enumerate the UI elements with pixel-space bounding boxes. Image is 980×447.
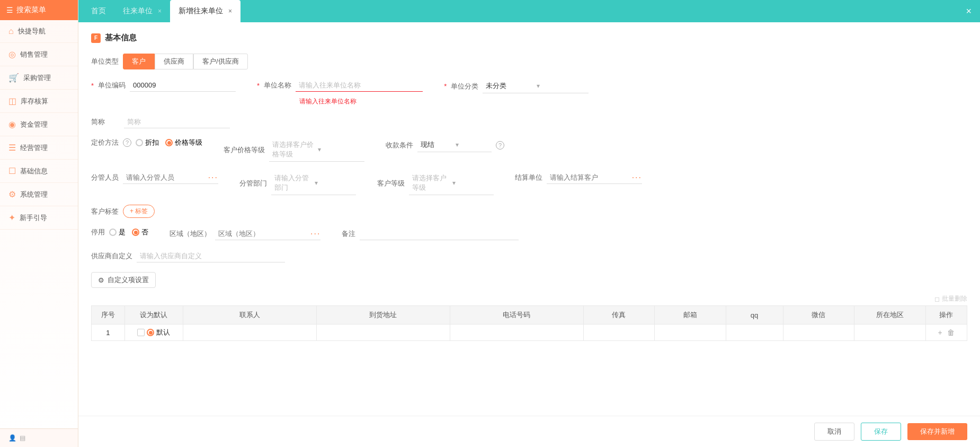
user-icon: 👤 [8,434,16,442]
radio-discount-circle [136,139,143,146]
section-icon: F [91,33,101,43]
th-contact: 联系人 [183,306,317,325]
settlement-more-btn[interactable]: ··· [632,173,642,182]
email-input[interactable] [669,329,711,337]
sidebar-item-system[interactable]: ⚙ 系统管理 [0,183,78,206]
cell-contact [183,325,317,341]
sidebar-item-operations[interactable]: ☰ 经营管理 [0,136,78,160]
pricing-help-icon[interactable]: ? [123,138,131,147]
del-row-btn[interactable]: 🗑 [946,328,956,337]
customer-level-placeholder: 请选择客户等级 [412,173,450,192]
customer-level-select[interactable]: 请选择客户等级 ▾ [409,171,494,195]
settlement-unit-input[interactable] [547,171,632,183]
cancel-button[interactable]: 取消 [814,423,854,441]
manager-label: 分管人员 [91,173,119,182]
region-input-wrapper: ··· [215,227,320,240]
table-region-input[interactable] [869,329,911,337]
sidebar-item-label: 采购管理 [23,73,51,83]
manager-input-wrapper: ··· [123,171,218,184]
row-default-radio[interactable]: 默认 [147,328,170,337]
short-name-input[interactable] [124,116,230,128]
customer-price-level-select[interactable]: 请选择客户价格等级 ▾ [269,138,364,162]
supplier-custom-input[interactable] [137,250,285,262]
tab-bar-close-btn[interactable]: × [961,6,976,17]
unit-type-field: 单位类型 客户 供应商 客户/供应商 [91,54,248,69]
radio-disable-yes[interactable]: 是 [109,227,126,237]
remark-field: 备注 [342,227,519,240]
sidebar-item-label: 经营管理 [20,143,48,153]
tab-new-partner-close[interactable]: × [228,7,232,15]
purchase-icon: 🛒 [8,73,19,83]
unit-type-customer-btn[interactable]: 客户 [123,54,155,69]
sidebar-bottom-icon2: ▤ [20,434,25,442]
tab-partners-close[interactable]: × [158,7,162,15]
sidebar-item-basic[interactable]: ☐ 基础信息 [0,160,78,183]
unit-type-both-btn[interactable]: 客户/供应商 [193,54,248,69]
th-default: 设为默认 [124,306,183,325]
region-label: 区域（地区） [170,229,211,239]
cell-wechat [783,325,854,341]
sidebar-search[interactable]: ☰ 搜索菜单 [0,0,78,20]
payment-help-icon[interactable]: ? [496,141,504,150]
unit-category-select[interactable]: 未分类 ▾ [483,79,589,93]
unit-type-row: 单位类型 客户 供应商 客户/供应商 [91,54,967,69]
payment-terms-field: 收款条件 现结 ▾ ? [386,138,504,152]
unit-code-input[interactable] [130,79,236,92]
settlement-unit-label: 结算单位 [515,173,542,182]
cell-seq: 1 [92,325,125,341]
chevron-price-icon: ▾ [318,146,361,153]
manager-input[interactable] [123,171,208,183]
sidebar-item-quick-nav[interactable]: ⌂ 快捷导航 [0,20,78,43]
department-select[interactable]: 请输入分管部门 ▾ [271,171,356,195]
sidebar-item-inventory[interactable]: ◫ 库存核算 [0,90,78,113]
manager-more-btn[interactable]: ··· [208,173,218,182]
region-input[interactable] [215,227,310,240]
unit-name-input[interactable] [296,79,423,92]
save-new-button[interactable]: 保存并新增 [907,423,967,440]
sidebar-item-label: 库存核算 [21,97,48,106]
search-icon: ☰ [6,6,13,14]
region-more-btn[interactable]: ··· [310,229,320,239]
th-region: 所在地区 [854,306,926,325]
tags-field: 客户标签 + 标签 [91,205,155,218]
manager-row: 分管人员 ··· 分管部门 请输入分管部门 ▾ 客户等级 请选择客户等级 [91,171,967,195]
tab-partners-label: 往来单位 [123,6,153,16]
add-tag-button[interactable]: + 标签 [123,205,155,218]
sidebar-item-purchase[interactable]: 🛒 采购管理 [0,66,78,90]
payment-terms-select[interactable]: 现结 ▾ [417,138,492,152]
pricing-row: 定价方法 ? 折扣 价格等级 客户价格等级 [91,138,967,162]
fax-input[interactable] [598,329,640,337]
contact-input[interactable] [189,329,311,337]
radio-discount[interactable]: 折扣 [136,138,159,147]
unit-type-supplier-btn[interactable]: 供应商 [155,54,193,69]
table-header-row: 序号 设为默认 联系人 到货地址 电话号码 传真 邮箱 qq 微信 所在地区 操… [92,306,967,325]
radio-price-level[interactable]: 价格等级 [165,138,202,147]
batch-delete-area[interactable]: ◻ 批量删除 [91,294,967,303]
custom-settings-button[interactable]: ⚙ 自定义项设置 [91,272,156,288]
sidebar-item-label: 快捷导航 [18,27,46,36]
sidebar-item-label: 销售管理 [20,50,48,59]
tab-partners[interactable]: 往来单位 × [114,0,170,22]
sidebar-item-finance[interactable]: ◉ 资金管理 [0,113,78,136]
tab-new-partner-label: 新增往来单位 [179,6,223,16]
address-input[interactable] [322,329,444,337]
required-star-name: * [257,82,260,90]
save-button[interactable]: 保存 [861,423,901,441]
pricing-radio-group: 折扣 价格等级 [136,138,202,147]
section-header: F 基本信息 [91,33,967,43]
add-row-btn[interactable]: + [936,328,943,337]
sidebar-item-guide[interactable]: ✦ 新手引导 [0,206,78,230]
qq-input[interactable] [738,329,770,337]
th-action: 操作 [925,306,967,325]
tab-home[interactable]: 首页 [83,0,114,22]
phone-input[interactable] [456,329,578,337]
row-checkbox[interactable] [137,329,145,336]
customer-price-level-label: 客户价格等级 [224,145,265,155]
wechat-input[interactable] [797,329,840,337]
customer-level-label: 客户等级 [377,179,405,188]
row-radio-dot [149,331,153,335]
sidebar-item-sales[interactable]: ◎ 销售管理 [0,43,78,66]
radio-disable-no[interactable]: 否 [132,227,148,237]
tab-new-partner[interactable]: 新增往来单位 × [170,0,240,22]
remark-input[interactable] [360,227,519,240]
